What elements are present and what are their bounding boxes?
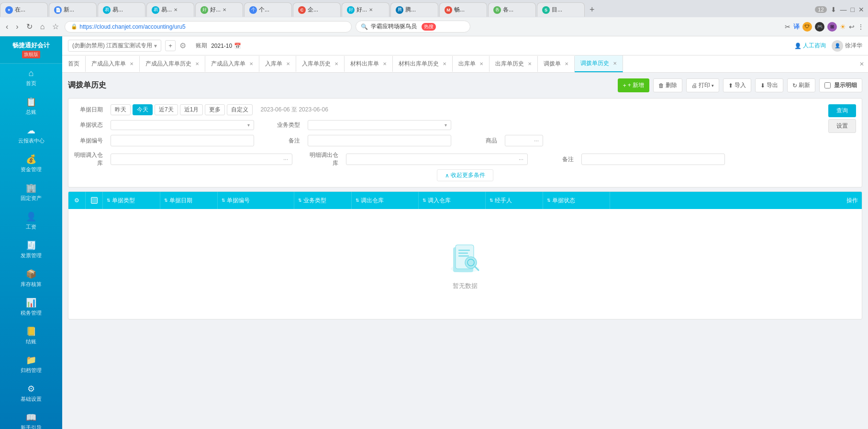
date-custom-button[interactable]: 自定义 [227, 104, 253, 115]
page-tab-warehouse-out-close[interactable]: ✕ [479, 61, 483, 66]
new-tab-button[interactable]: + [586, 5, 599, 15]
page-tab-transfer-close[interactable]: ✕ [565, 61, 568, 66]
page-tab-material-out-history-close[interactable]: ✕ [443, 61, 446, 66]
sidebar-item-ledger[interactable]: 📋 总账 [0, 92, 62, 121]
page-tab-finished-in-history-close[interactable]: ✕ [195, 61, 199, 66]
status-dropdown[interactable]: ▾ [111, 120, 254, 130]
browser-tab-9[interactable]: 腾 腾... [390, 2, 438, 17]
menu-icon[interactable]: ⋮ [857, 23, 864, 31]
th-number[interactable]: ⇅ 单据编号 [218, 192, 294, 209]
query-button[interactable]: 查询 [828, 104, 856, 117]
refresh-browser-button[interactable]: ↻ [24, 20, 34, 33]
page-tab-warehouse-in[interactable]: 入库单 ✕ [259, 56, 296, 72]
browser-tab-3[interactable]: 易 易... [98, 2, 145, 17]
browser-tab-4[interactable]: 易 易... ✕ [146, 2, 194, 17]
sidebar-item-guide[interactable]: 📖 新手引导 [0, 407, 62, 429]
tab-close-5[interactable]: ✕ [223, 7, 226, 12]
browser-tab-8[interactable]: 好 好... ✕ [342, 2, 389, 17]
export-button[interactable]: ⬇ 导出 [755, 78, 783, 92]
browser-tab-2[interactable]: 📄 新... [49, 2, 97, 17]
browser-tab-12[interactable]: S 目... [537, 2, 585, 17]
out-warehouse-picker[interactable]: ··· [346, 154, 528, 165]
in-warehouse-picker[interactable]: ··· [111, 154, 292, 165]
page-tab-transfer[interactable]: 调拨单 ✕ [538, 56, 575, 72]
close-all-tabs-button[interactable]: ✕ [856, 57, 868, 71]
tab-close-4[interactable]: ✕ [174, 7, 178, 12]
page-tab-warehouse-out-history-close[interactable]: ✕ [528, 61, 532, 66]
th-status[interactable]: ⇅ 单据状态 [543, 192, 610, 209]
th-checkbox[interactable] [86, 192, 103, 209]
user-menu[interactable]: 👤 徐泽华 [832, 40, 862, 52]
date-yesterday-button[interactable]: 昨天 [111, 104, 131, 115]
home-button[interactable]: ⌂ [38, 21, 47, 33]
add-company-button[interactable]: + [165, 40, 176, 51]
page-tab-transfer-history[interactable]: 调拨单历史 ✕ [575, 55, 623, 72]
browser-tab-1[interactable]: ✦ 在... [0, 2, 48, 17]
th-handler[interactable]: ⇅ 经手人 [486, 192, 543, 209]
browser-tab-7[interactable]: C 企... [293, 2, 341, 17]
ext-game-icon[interactable]: 🎮 [815, 22, 824, 32]
collapse-button[interactable]: ∧ 收起更多条件 [437, 169, 493, 181]
search-bar[interactable]: 🔍 学霸应聘场驱鸟员 热搜 [356, 21, 470, 33]
goods-picker[interactable]: ··· [505, 135, 543, 146]
window-close-icon[interactable]: ✕ [858, 6, 864, 13]
filter-settings-button[interactable]: 设置 [828, 119, 856, 133]
browser-tab-5[interactable]: 好 好... ✕ [195, 2, 243, 17]
company-selector[interactable]: (勿删勿禁用) 江西服宝测试专用 ▾ [68, 40, 161, 52]
type-dropdown[interactable]: ▾ [308, 120, 451, 130]
print-button[interactable]: 🖨 打印 ▾ [686, 78, 719, 92]
sidebar-item-tax[interactable]: 📊 税务管理 [0, 293, 62, 321]
sidebar-item-invoice[interactable]: 🧾 发票管理 [0, 235, 62, 264]
sidebar-item-reports[interactable]: ☁ 云报表中心 [0, 121, 62, 149]
select-all-checkbox[interactable] [91, 197, 98, 204]
ext-grid-icon[interactable]: ⊞ [827, 22, 837, 32]
number-input[interactable] [111, 135, 254, 146]
note2-input[interactable] [581, 154, 725, 165]
browser-tab-11[interactable]: 各 各... [488, 2, 536, 17]
display-toggle[interactable]: 显示明细 [819, 78, 862, 92]
company-settings-icon[interactable]: ⚙ [179, 41, 186, 50]
th-in-wh[interactable]: ⇅ 调入仓库 [419, 192, 486, 209]
page-tab-warehouse-in-history-close[interactable]: ✕ [334, 61, 338, 66]
page-tab-finished-in[interactable]: 产成品入库单 ✕ [86, 56, 140, 72]
sidebar-item-fixed-assets[interactable]: 🏢 固定资产 [0, 178, 62, 207]
display-checkbox[interactable] [824, 82, 831, 88]
page-tab-home[interactable]: 首页 [62, 56, 86, 72]
sidebar-item-inventory[interactable]: 📦 库存核算 [0, 264, 62, 293]
date-7days-button[interactable]: 近7天 [155, 104, 178, 115]
forward-button[interactable]: › [14, 21, 20, 33]
sidebar-item-home[interactable]: ⌂ 首页 [0, 64, 62, 92]
tab-close-8[interactable]: ✕ [369, 7, 373, 12]
th-type[interactable]: ⇅ 单据类型 [103, 192, 160, 209]
page-tab-warehouse-in-close[interactable]: ✕ [286, 61, 290, 66]
brightness-icon[interactable]: ☀ [840, 23, 846, 31]
date-more-button[interactable]: 更多 [205, 104, 225, 115]
service-button[interactable]: 👤 人工咨询 [794, 42, 826, 50]
page-tab-warehouse-out[interactable]: 出库单 ✕ [453, 56, 490, 72]
delete-button[interactable]: 🗑 删除 [653, 78, 682, 92]
new-button[interactable]: + + 新增 [618, 78, 649, 92]
date-today-button[interactable]: 今天 [133, 104, 153, 115]
page-tab-warehouse-out-history[interactable]: 出库单历史 ✕ [490, 56, 538, 72]
th-out-wh[interactable]: ⇅ 调出仓库 [352, 192, 419, 209]
th-biz-type[interactable]: ⇅ 业务类型 [294, 192, 352, 209]
sidebar-item-funds[interactable]: 💰 资金管理 [0, 149, 62, 178]
page-tab-warehouse-in-history[interactable]: 入库单历史 ✕ [296, 56, 345, 72]
sidebar-item-closing[interactable]: 📒 结账 [0, 321, 62, 350]
page-tab-material-out-close[interactable]: ✕ [383, 61, 387, 66]
address-bar[interactable]: 🔒 https://cloud.chanjet.com/accounting/u… [65, 21, 352, 33]
sidebar-item-archive[interactable]: 📁 归档管理 [0, 350, 62, 379]
ext-shield-icon[interactable]: 🛡 [802, 22, 812, 32]
window-maximize-icon[interactable]: □ [851, 6, 855, 13]
page-tab-material-out-history[interactable]: 材料出库单历史 ✕ [393, 56, 453, 72]
sidebar-item-settings[interactable]: ⚙ 基础设置 [0, 379, 62, 407]
page-tab-finished-in2[interactable]: 产成品入库单 ✕ [205, 56, 259, 72]
page-tab-material-out[interactable]: 材料出库单 ✕ [345, 56, 393, 72]
page-tab-finished-in2-close[interactable]: ✕ [249, 61, 253, 66]
translate-icon[interactable]: 译 [793, 22, 800, 31]
undo-icon[interactable]: ↩ [849, 23, 855, 31]
import-button[interactable]: ⬆ 导入 [723, 78, 751, 92]
back-button[interactable]: ‹ [4, 21, 10, 33]
note-input[interactable] [308, 135, 451, 146]
browser-tab-10[interactable]: M 畅... [439, 2, 487, 17]
